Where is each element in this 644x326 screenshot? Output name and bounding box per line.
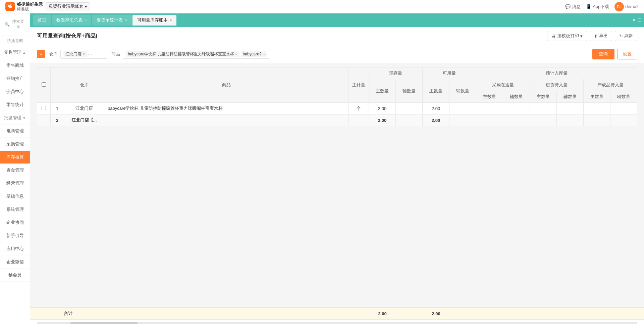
row-checkbox[interactable] bbox=[42, 106, 46, 110]
page-header: 可用量查询(按仓库+商品) 🖨 按模板打印 ▾ ⬆ 导出 ↻ 刷新 bbox=[30, 27, 644, 45]
th-unit: 主计量 bbox=[349, 67, 369, 103]
scroll-bar-area bbox=[30, 319, 644, 326]
sidebar-item-retail-stats[interactable]: 零售统计 bbox=[0, 98, 30, 111]
tab-maximize-btn[interactable]: □ bbox=[638, 17, 641, 23]
subtotal-stock-aux bbox=[396, 114, 423, 126]
sidebar-item-enterprise-collab[interactable]: 企业协同 bbox=[0, 216, 30, 229]
sidebar-item-finance-mgmt[interactable]: 资金管理 bbox=[0, 164, 30, 177]
sidebar-item-operations-mgmt[interactable]: 经营管理 bbox=[0, 177, 30, 190]
subtotal-unit bbox=[349, 114, 369, 126]
chevron-icon: ▲ bbox=[22, 51, 26, 54]
warehouse-input-group[interactable]: 江北门店 × ··· bbox=[60, 50, 107, 59]
content-area: 首页 收发存汇总表 × 要货单统计表 × 可用量库存账本 × × □ bbox=[30, 13, 644, 326]
tab-bar-actions: × □ bbox=[632, 17, 641, 23]
th-avail-aux: 辅数量 bbox=[449, 79, 476, 103]
table-row: 1 江北门店 babycare学饮杯 儿童防摔防撞吸管杯重力球吸嘴杯宝宝水杯 个… bbox=[37, 103, 637, 114]
footer-unit-cell bbox=[349, 311, 369, 317]
footer-table: 合计 2.00 2.00 bbox=[37, 311, 637, 317]
message-btn[interactable]: 💬 消息 bbox=[565, 4, 581, 10]
top-bar: 畅 畅捷通好生意 标准版 母婴行业演示账套 ▾ 💬 消息 📱 App下载 Ea … bbox=[0, 0, 644, 13]
brand-text: 畅捷通好生意 标准版 bbox=[17, 2, 43, 12]
query-btn[interactable]: 查询 bbox=[592, 49, 614, 59]
cell-purchase-main bbox=[476, 103, 503, 114]
th-purchase-aux: 辅数量 bbox=[503, 91, 530, 103]
table-footer: 合计 2.00 2.00 bbox=[30, 307, 644, 319]
subtotal-stock-main: 2.00 bbox=[369, 114, 396, 126]
tab-close-available[interactable]: × bbox=[170, 18, 172, 22]
sidebar-item-member-plus[interactable]: 畅会员 bbox=[0, 269, 30, 282]
tab-receive-summary[interactable]: 收发存汇总表 × bbox=[52, 15, 91, 26]
refresh-icon: ↻ bbox=[619, 34, 623, 39]
subtotal-checkbox bbox=[37, 114, 51, 126]
cell-checkbox bbox=[37, 103, 51, 114]
th-production-main: 主数量 bbox=[584, 91, 610, 103]
sidebar-item-purchase-mgmt[interactable]: 采购管理 bbox=[0, 138, 30, 151]
sidebar-item-member-center[interactable]: 会员中心 bbox=[0, 85, 30, 98]
chevron-down-icon: ▾ bbox=[580, 34, 583, 39]
sidebar-item-inventory-check[interactable]: 库存核算 bbox=[0, 151, 30, 164]
sidebar-item-app-center[interactable]: 应用中心 bbox=[0, 242, 30, 255]
subtotal-production-main bbox=[584, 114, 610, 126]
tab-close-window-btn[interactable]: × bbox=[632, 17, 635, 23]
cell-avail-main: 2.00 bbox=[423, 103, 449, 114]
filter-toggle-btn[interactable]: » bbox=[37, 50, 45, 58]
th-production-group: 产成品待入量 bbox=[584, 79, 637, 91]
tab-available-stock[interactable]: 可用量库存账本 × bbox=[132, 15, 176, 26]
warehouse-tag: 江北门店 × bbox=[63, 51, 87, 57]
industry-selector[interactable]: 母婴行业演示账套 ▾ bbox=[46, 2, 90, 10]
scroll-thumb[interactable] bbox=[70, 322, 138, 324]
subtotal-avail-aux bbox=[449, 114, 476, 126]
sidebar-item-new-guide[interactable]: 新手引导 bbox=[0, 229, 30, 242]
sidebar-item-retail-mall[interactable]: 零售商城 bbox=[0, 59, 30, 72]
settings-btn[interactable]: 设置 bbox=[617, 49, 637, 59]
sidebar-item-basic-info[interactable]: 基础信息 bbox=[0, 190, 30, 203]
th-production-aux: 辅数量 bbox=[610, 91, 637, 103]
refresh-btn[interactable]: ↻ 刷新 bbox=[615, 31, 637, 41]
select-all-checkbox[interactable] bbox=[42, 82, 46, 87]
sidebar-item-enterprise-wechat[interactable]: 企业微信 bbox=[0, 255, 30, 269]
tab-close-order[interactable]: × bbox=[125, 18, 127, 22]
tab-close-receive[interactable]: × bbox=[85, 18, 87, 22]
top-bar-left: 畅 畅捷通好生意 标准版 母婴行业演示账套 ▾ bbox=[5, 2, 90, 12]
app-download-btn[interactable]: 📱 App下载 bbox=[586, 4, 609, 10]
tab-home[interactable]: 首页 bbox=[33, 15, 51, 26]
search-menu-btn[interactable]: 🔍 搜索菜单 bbox=[3, 17, 27, 32]
user-profile[interactable]: Ea demo2 bbox=[614, 2, 639, 11]
cell-purchase-aux bbox=[503, 103, 530, 114]
brand-logo: 畅 畅捷通好生意 标准版 bbox=[5, 2, 43, 12]
sidebar-item-ecommerce-mgmt[interactable]: 电商管理 bbox=[0, 125, 30, 138]
cell-warehouse: 江北门店 bbox=[64, 103, 104, 114]
footer-purchase-main bbox=[476, 311, 503, 317]
footer-purchase-aux bbox=[503, 311, 530, 317]
th-planned-group: 预计入库量 bbox=[476, 67, 637, 79]
sidebar-item-marketing[interactable]: 营销推广 bbox=[0, 72, 30, 85]
th-stock-aux: 辅数量 bbox=[396, 79, 423, 103]
filter-bar: » 仓库 江北门店 × ··· 商品 bbox=[30, 45, 644, 63]
warehouse-filter-field: 仓库 江北门店 × ··· bbox=[49, 50, 107, 59]
sidebar-item-system-mgmt[interactable]: 系统管理 bbox=[0, 203, 30, 216]
footer-no-cell bbox=[50, 311, 64, 317]
th-incoming-aux: 辅数量 bbox=[557, 91, 584, 103]
subtotal-purchase-main bbox=[476, 114, 503, 126]
cell-stock-main: 2.00 bbox=[369, 103, 396, 114]
table-area: 仓库 商品 主计量 现存量 可用量 预计入库量 主数量 辅数量 主数量 辅数量 bbox=[30, 63, 644, 307]
th-product: 商品 bbox=[104, 67, 349, 103]
th-warehouse: 仓库 bbox=[64, 67, 104, 103]
product-input-group[interactable]: babycare学饮杯 儿童防摔防撞吸管杯重力球吸嘴杯宝宝水杯 × babyca… bbox=[123, 50, 270, 59]
sidebar-item-wholesale-mgmt[interactable]: 批发管理 ▼ bbox=[0, 111, 30, 125]
filter-actions: 查询 设置 bbox=[592, 49, 637, 59]
th-incoming-main: 主数量 bbox=[530, 91, 557, 103]
sidebar: 🔍 搜索菜单 快捷导航 零售管理 ▲ 零售商城 营销推广 会员中心 零售统计 批… bbox=[0, 13, 30, 326]
search-icon: 🔍 bbox=[5, 22, 10, 27]
cell-production-main bbox=[584, 103, 610, 114]
template-print-btn[interactable]: 🖨 按模板打印 ▾ bbox=[547, 31, 587, 41]
warehouse-dots[interactable]: ··· bbox=[88, 52, 92, 57]
scroll-track[interactable] bbox=[37, 322, 637, 324]
product-tag1-remove[interactable]: × bbox=[235, 52, 237, 56]
product-tag-1: babycare学饮杯 儿童防摔防撞吸管杯重力球吸嘴杯宝宝水杯 × bbox=[126, 51, 239, 57]
warehouse-tag-remove[interactable]: × bbox=[83, 52, 85, 56]
tab-order-stats[interactable]: 要货单统计表 × bbox=[92, 15, 131, 26]
export-btn[interactable]: ⬆ 导出 bbox=[590, 31, 612, 41]
sidebar-item-retail-mgmt[interactable]: 零售管理 ▲ bbox=[0, 46, 30, 59]
th-purchase-group: 采购在途量 bbox=[476, 79, 530, 91]
